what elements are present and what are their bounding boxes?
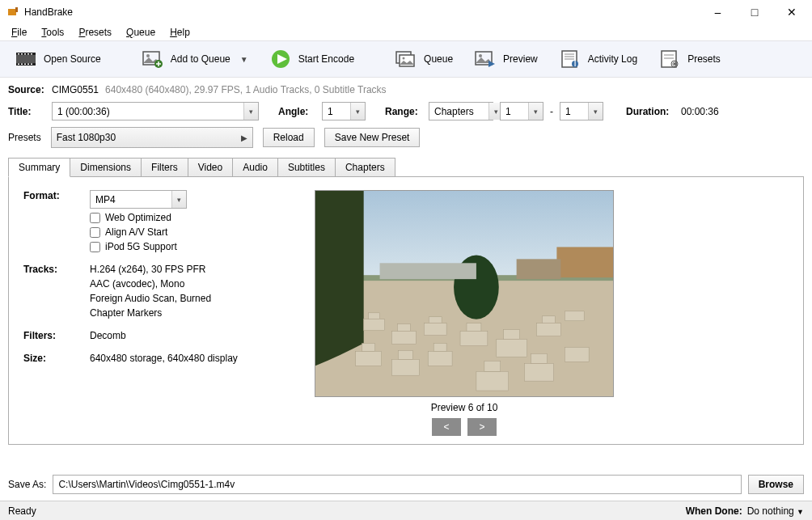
source-details: 640x480 (640x480), 29.97 FPS, 1 Audio Tr… xyxy=(105,84,387,95)
log-icon: i xyxy=(559,49,582,69)
menu-file[interactable]: File xyxy=(5,25,33,40)
align-av-check[interactable]: Align A/V Start xyxy=(90,226,187,238)
svg-rect-63 xyxy=(484,361,501,371)
preset-select[interactable]: Fast 1080p30 ▶ xyxy=(51,127,253,148)
tab-video[interactable]: Video xyxy=(188,158,233,177)
svg-rect-43 xyxy=(364,319,385,331)
svg-point-16 xyxy=(146,54,150,57)
range-label: Range: xyxy=(385,106,422,117)
preview-next-button[interactable]: > xyxy=(467,418,497,436)
svg-rect-12 xyxy=(24,64,26,66)
dropdown-caret-icon: ▼ xyxy=(240,55,248,64)
open-source-label: Open Source xyxy=(44,53,101,65)
queue-icon xyxy=(395,49,417,69)
track-line: Foreign Audio Scan, Burned xyxy=(90,293,211,304)
save-new-preset-button[interactable]: Save New Preset xyxy=(324,128,421,147)
menu-presets[interactable]: Presets xyxy=(72,25,118,40)
range-from-select[interactable]: 1▾ xyxy=(500,102,543,120)
svg-rect-13 xyxy=(27,64,29,66)
queue-label: Queue xyxy=(424,53,453,65)
filmstrip-icon xyxy=(15,49,37,69)
window-title: HandBrake xyxy=(24,6,73,18)
tab-summary[interactable]: Summary xyxy=(8,158,70,177)
close-button[interactable]: ✕ xyxy=(773,0,810,24)
tracks-label: Tracks: xyxy=(23,264,82,319)
svg-rect-6 xyxy=(21,53,23,55)
preview-prev-button[interactable]: < xyxy=(432,418,461,436)
svg-rect-45 xyxy=(391,332,416,345)
svg-rect-60 xyxy=(542,316,555,323)
title-select[interactable]: 1 (00:00:36) ▾ xyxy=(52,102,259,120)
preview-label: Preview xyxy=(503,53,538,65)
save-as-input[interactable] xyxy=(53,475,741,494)
svg-rect-40 xyxy=(556,247,613,277)
menu-tools[interactable]: Tools xyxy=(35,25,70,40)
image-plus-icon xyxy=(142,49,164,69)
tab-panel-summary: Format: MP4▾ Web Optimized Align A/V Sta… xyxy=(8,176,804,445)
svg-rect-41 xyxy=(517,259,561,279)
queue-button[interactable]: Queue xyxy=(387,46,461,72)
presets-icon xyxy=(658,49,681,69)
browse-button[interactable]: Browse xyxy=(748,475,804,494)
preview-button[interactable]: Preview xyxy=(466,46,546,72)
filters-value: Decomb xyxy=(90,330,126,341)
duration-value: 00:00:36 xyxy=(681,106,719,117)
svg-rect-0 xyxy=(8,9,16,15)
range-type-select[interactable]: Chapters▾ xyxy=(429,102,493,120)
tab-bar: Summary Dimensions Filters Video Audio S… xyxy=(8,158,804,177)
svg-rect-51 xyxy=(391,359,419,375)
svg-rect-49 xyxy=(356,351,382,366)
duration-label: Duration: xyxy=(626,106,675,117)
minimize-button[interactable]: ‒ xyxy=(699,0,736,24)
svg-rect-1 xyxy=(15,7,18,12)
svg-rect-5 xyxy=(18,53,19,55)
svg-point-24 xyxy=(479,54,482,57)
source-name: CIMG0551 xyxy=(52,84,99,95)
svg-rect-11 xyxy=(21,64,23,66)
svg-rect-57 xyxy=(497,340,527,357)
preset-value: Fast 1080p30 xyxy=(57,132,116,143)
tab-dimensions[interactable]: Dimensions xyxy=(70,158,142,177)
tab-subtitles[interactable]: Subtitles xyxy=(277,158,336,177)
presets-button[interactable]: Presets xyxy=(650,46,729,72)
ipod-check[interactable]: iPod 5G Support xyxy=(90,241,187,252)
svg-rect-14 xyxy=(31,64,32,66)
web-optimized-check[interactable]: Web Optimized xyxy=(90,212,187,223)
format-select[interactable]: MP4▾ xyxy=(90,190,187,209)
activity-log-button[interactable]: i Activity Log xyxy=(551,46,645,72)
tab-filters[interactable]: Filters xyxy=(141,158,188,177)
tab-chapters[interactable]: Chapters xyxy=(335,158,395,177)
svg-point-22 xyxy=(403,57,405,60)
preview-icon xyxy=(474,49,497,69)
maximize-button[interactable]: □ xyxy=(736,0,773,24)
tab-audio[interactable]: Audio xyxy=(232,158,278,177)
size-value: 640x480 storage, 640x480 display xyxy=(90,353,238,364)
preview-counter: Preview 6 of 10 xyxy=(431,402,498,413)
title-value: 1 (00:00:36) xyxy=(53,106,115,117)
when-done-select[interactable]: Do nothing ▼ xyxy=(747,505,804,517)
start-encode-button[interactable]: Start Encode xyxy=(261,46,362,72)
svg-rect-9 xyxy=(31,53,32,55)
source-label: Source: xyxy=(8,84,45,95)
menu-queue[interactable]: Queue xyxy=(120,25,162,40)
play-icon xyxy=(269,49,292,69)
range-to-select[interactable]: 1▾ xyxy=(560,102,603,120)
svg-rect-48 xyxy=(429,317,442,323)
presets-label: Presets xyxy=(687,53,721,65)
svg-rect-52 xyxy=(398,350,412,359)
add-to-queue-button[interactable]: Add to Queue ▼ xyxy=(133,46,256,72)
svg-rect-53 xyxy=(428,351,452,366)
svg-rect-59 xyxy=(537,323,561,336)
menu-bar: File Tools Presets Queue Help xyxy=(0,24,812,40)
reload-button[interactable]: Reload xyxy=(263,128,315,147)
open-source-button[interactable]: Open Source xyxy=(6,46,109,72)
status-bar: Ready When Done: Do nothing ▼ xyxy=(0,501,812,520)
svg-rect-61 xyxy=(565,311,584,321)
angle-select[interactable]: 1▾ xyxy=(322,102,366,120)
add-to-queue-label: Add to Queue xyxy=(171,53,230,65)
format-label: Format: xyxy=(23,190,82,252)
menu-help[interactable]: Help xyxy=(163,25,197,40)
status-text: Ready xyxy=(8,505,36,517)
when-done-label: When Done: xyxy=(686,505,742,517)
start-encode-label: Start Encode xyxy=(298,53,354,65)
